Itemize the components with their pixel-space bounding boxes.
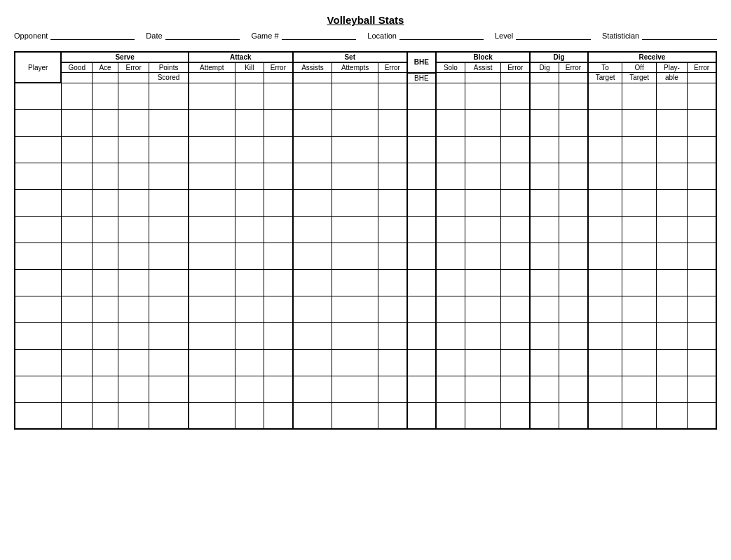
section-bhe: BHE [407,52,436,73]
col-dig-dig: Dig [530,62,559,73]
cell [61,109,92,136]
cell [293,269,332,296]
col-block-solo-2 [436,73,465,83]
cell [293,349,332,376]
col-serve-points: Points [149,62,189,73]
cell [559,216,588,243]
table-row [15,269,716,296]
cell [118,136,149,163]
cell [559,109,588,136]
cell [407,322,436,349]
cell [688,349,716,376]
cell [501,189,530,216]
cell [149,216,189,243]
cell [93,402,118,429]
table-row [15,189,716,216]
cell [465,136,501,163]
cell [378,243,407,269]
cell [407,109,436,136]
cell [656,349,687,376]
game-label: Game # [251,32,278,40]
cell [61,189,92,216]
cell [378,163,407,189]
cell [501,402,530,429]
col-attack-error-2 [264,73,292,83]
table-row [15,243,716,269]
table-row [15,296,716,322]
cell [235,322,264,349]
cell [688,269,716,296]
cell [688,402,716,429]
cell [293,189,332,216]
date-label: Date [146,32,162,40]
cell [407,243,436,269]
cell [93,109,118,136]
cell [118,243,149,269]
cell [235,296,264,322]
cell [93,189,118,216]
cell [588,189,622,216]
cell [559,296,588,322]
cell [118,163,149,189]
col-serve-good: Good [61,62,92,73]
cell [622,163,656,189]
cell [436,189,465,216]
cell [588,296,622,322]
cell [149,322,189,349]
cell [61,296,92,322]
cell [465,216,501,243]
cell [559,376,588,402]
col-dig-dig-2 [530,73,559,83]
cell [622,189,656,216]
cell [378,376,407,402]
col-serve-good-2 [61,73,92,83]
cell [588,243,622,269]
col-block-solo: Solo [436,62,465,73]
cell [622,322,656,349]
cell [332,109,378,136]
cell [656,189,687,216]
cell [559,136,588,163]
col-player: Player [15,52,61,83]
cell [15,136,61,163]
cell [378,322,407,349]
col-set-attempts: Attempts [332,62,378,73]
cell [118,322,149,349]
cell [293,243,332,269]
table-row [15,376,716,402]
cell [465,349,501,376]
cell [501,243,530,269]
cell [530,189,559,216]
col-receive-error: Error [688,62,716,73]
cell [235,216,264,243]
cell [656,216,687,243]
section-set: Set [293,52,407,62]
cell [149,269,189,296]
cell [407,269,436,296]
cell [378,296,407,322]
cell [235,243,264,269]
cell [332,189,378,216]
cell [189,322,235,349]
cell [530,349,559,376]
cell [378,136,407,163]
cell [332,349,378,376]
cell [189,376,235,402]
cell [235,163,264,189]
cell [622,216,656,243]
cell [465,269,501,296]
cell [93,296,118,322]
table-row [15,402,716,429]
table-row [15,349,716,376]
cell [15,349,61,376]
col-set-error-2 [378,73,407,83]
cell [407,189,436,216]
cell [559,349,588,376]
cell [93,376,118,402]
cell [235,402,264,429]
col-attack-kill-2 [235,73,264,83]
cell [61,83,92,109]
col-serve-error: Error [118,62,149,73]
cell [622,243,656,269]
cell [149,402,189,429]
